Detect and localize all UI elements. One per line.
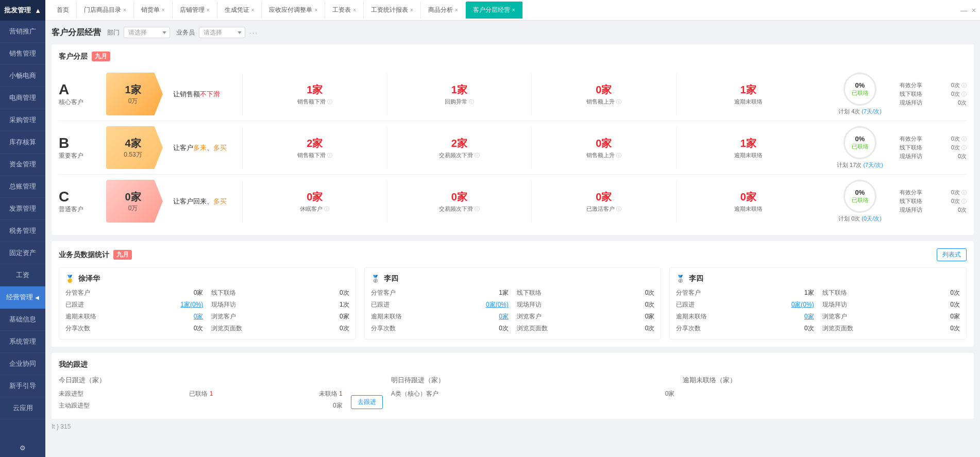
tab-销货单[interactable]: 销货单 × [134, 2, 173, 19]
tier-count-b: 4家 0.53万 [106, 126, 163, 169]
close-icon[interactable]: × [353, 7, 356, 13]
staff-header-2: 🥈 李四 [676, 274, 960, 283]
tier-label-a: A 核心客户 [59, 73, 100, 115]
close-icon[interactable]: × [512, 7, 515, 13]
sidebar-item-云应用[interactable]: 云应用 [0, 397, 45, 419]
sidebar-item-电商管理[interactable]: 电商管理 [0, 87, 45, 109]
sidebar-item-库存核算[interactable]: 库存核算 [0, 131, 45, 154]
tab-生成凭证[interactable]: 生成凭证 × [217, 2, 262, 19]
sidebar-item-税务管理[interactable]: 税务管理 [0, 220, 45, 242]
tier-metrics-a: 1家 销售额下滑 ⓘ 1家 回购异常 ⓘ 0家 销售额上升 ⓘ 1家 逾期未联络 [242, 73, 820, 115]
staff-stats-2: 分管客户1家 线下联络0次 已跟进0家(0%) 现场拜访0次 逾期未联络0家 浏… [676, 289, 960, 333]
close-icon[interactable]: × [207, 7, 210, 13]
tab-应收应付调整单[interactable]: 应收应付调整单 × [262, 2, 325, 19]
window-minimize-icon[interactable]: — [960, 6, 968, 14]
sidebar-item-基础信息[interactable]: 基础信息 [0, 309, 45, 331]
sidebar-logo: 批发管理 ▲ [0, 0, 45, 21]
dept-select[interactable]: 请选择 [124, 27, 170, 38]
tab-工资统计报表[interactable]: 工资统计报表 × [364, 2, 421, 19]
metric-b-4: 1家 逾期未联络 [676, 126, 821, 169]
metric-c-1: 0家 休眠客户 ⓘ [242, 180, 387, 223]
staff-name-1: 李四 [384, 274, 398, 283]
goto-followup-button[interactable]: 去跟进 [351, 395, 383, 409]
window-close-icon[interactable]: × [972, 6, 976, 14]
metric-b-1: 2家 销售额下滑 ⓘ [242, 126, 387, 169]
medal-silver-icon-1: 🥈 [371, 275, 380, 283]
gear-button[interactable]: ⚙ [0, 439, 45, 457]
sidebar-item-经营管理[interactable]: 经营管理◀ [0, 286, 45, 309]
tier-count-a: 1家 0万 [106, 73, 163, 115]
tier-badge: 九月 [92, 52, 110, 61]
tab-首页[interactable]: 首页 [49, 2, 77, 19]
tier-extra-c: 有效分享0次 ⓘ 线下联络0次 ⓘ 现场拜访0次 [900, 180, 967, 223]
followup-today-col: 今日跟进（家） 未跟进型 已联络 1 未联络 1 主动跟进型 0家 [59, 376, 343, 412]
sidebar-item-工资[interactable]: 工资 [0, 264, 45, 286]
tier-row-c: C 普通客户 0家 0万 让客户回来、多买 0家 休眠客户 ⓘ 0家 [59, 175, 967, 228]
sidebar-item-固定资产[interactable]: 固定资产 [0, 242, 45, 264]
list-view-button[interactable]: 列表式 [937, 248, 967, 261]
staff-select[interactable]: 请选择 [199, 27, 245, 38]
tier-count-c: 0家 0万 [106, 180, 163, 223]
close-icon[interactable]: × [162, 7, 165, 13]
tab-客户分层经营[interactable]: 客户分层经营 × [466, 2, 523, 19]
tab-店铺管理[interactable]: 店铺管理 × [173, 2, 217, 19]
staff-card-0: 🥇 徐泽华 分管客户0家 线下联络0次 已跟进1家(0%) 现场拜访1次 逾期未… [59, 267, 356, 340]
sidebar-item-系统管理[interactable]: 系统管理 [0, 331, 45, 353]
page-title: 客户分层经营 [52, 27, 101, 38]
sidebar-item-新手引导[interactable]: 新手引导 [0, 375, 45, 397]
sidebar: 批发管理 ▲ 营销推广 销售管理 小畅电商 电商管理 采购管理 库存核算 资金管… [0, 0, 45, 457]
staff-card-1: 🥈 李四 分管客户1家 线下联络0次 已跟进0家(0%) 现场拜访0次 逾期未联… [364, 267, 662, 340]
dept-label: 部门 [107, 28, 120, 37]
page-header: 客户分层经营 部门 请选择 业务员 请选择 ··· [52, 27, 974, 38]
close-icon[interactable]: × [251, 7, 255, 13]
tier-section-title: 客户分层 九月 [59, 52, 967, 61]
tier-row-b: B 重要客户 4家 0.53万 让客户多来、多买 2家 销售额下滑 ⓘ 2 [59, 121, 967, 175]
followup-overdue-col: 逾期未联络（家） [683, 376, 967, 388]
sidebar-item-总账管理[interactable]: 总账管理 [0, 176, 45, 198]
sidebar-item-小畅电商[interactable]: 小畅电商 [0, 65, 45, 87]
dept-filter-group: 部门 请选择 [107, 27, 170, 38]
staff-name-0: 徐泽华 [78, 274, 100, 283]
close-icon[interactable]: × [410, 7, 413, 13]
plan-link-c[interactable]: (0天/次) [861, 215, 882, 222]
staff-stats-0: 分管客户0家 线下联络0次 已跟进1家(0%) 现场拜访1次 逾期未联络0家 浏… [65, 289, 349, 333]
metric-b-3: 0家 销售额上升 ⓘ [531, 126, 676, 169]
plan-link-b[interactable]: (7天/次) [863, 162, 883, 168]
close-icon[interactable]: × [123, 7, 126, 13]
sidebar-item-营销推广[interactable]: 营销推广 [0, 21, 45, 43]
goto-followup-btn-col: 去跟进 [351, 376, 383, 409]
tier-contact-a: 0% 已联络 计划 4次 (7天/次) [826, 73, 893, 115]
tier-row-a: A 核心客户 1家 0万 让销售额不下滑 1家 销售额下滑 ⓘ 1家 [59, 67, 967, 121]
plan-link-a[interactable]: (7天/次) [861, 108, 882, 114]
sidebar-item-资金管理[interactable]: 资金管理 [0, 154, 45, 176]
tab-actions: — × [960, 6, 976, 14]
tab-商品分析[interactable]: 商品分析 × [421, 2, 466, 19]
tier-contact-c: 0% 已联络 计划 0次 (0天/次) [826, 180, 893, 223]
staff-card-2: 🥈 李四 分管客户1家 线下联络0次 已跟进0家(0%) 现场拜访0次 逾期未联… [669, 267, 967, 340]
bottom-text: It } 315 [52, 419, 974, 434]
tier-suggestion-c: 让客户回来、多买 [169, 180, 236, 223]
tier-suggestion-b: 让客户多来、多买 [169, 126, 236, 169]
tier-label-c: C 普通客户 [59, 180, 100, 223]
sidebar-item-企业协同[interactable]: 企业协同 [0, 353, 45, 375]
tier-metrics-b: 2家 销售额下滑 ⓘ 2家 交易频次下滑 ⓘ 0家 销售额上升 ⓘ 1家 逾期未… [242, 126, 820, 169]
biz-header: 业务员数据统计 九月 列表式 [59, 248, 967, 261]
metric-c-3: 0家 已激活客户 ⓘ [531, 180, 676, 223]
sidebar-item-采购管理[interactable]: 采购管理 [0, 109, 45, 131]
more-options-icon[interactable]: ··· [249, 29, 258, 37]
close-icon[interactable]: × [455, 7, 458, 13]
sidebar-item-发票管理[interactable]: 发票管理 [0, 198, 45, 220]
close-icon[interactable]: × [314, 7, 317, 13]
tab-工资表[interactable]: 工资表 × [325, 2, 364, 19]
metric-c-2: 0家 交易频次下滑 ⓘ [387, 180, 532, 223]
sidebar-toggle-icon[interactable]: ▲ [35, 7, 41, 14]
medal-silver-icon-2: 🥈 [676, 275, 685, 283]
tier-label-b: B 重要客户 [59, 126, 100, 169]
tier-suggestion-a: 让销售额不下滑 [169, 73, 236, 115]
tab-门店商品目录[interactable]: 门店商品目录 × [77, 2, 134, 19]
sidebar-item-销售管理[interactable]: 销售管理 [0, 43, 45, 65]
metric-a-4: 1家 逾期未联络 [676, 73, 821, 115]
followup-grid: 今日跟进（家） 未跟进型 已联络 1 未联络 1 主动跟进型 0家 [59, 376, 967, 412]
tier-extra-a: 有效分享0次 ⓘ 线下联络0次 ⓘ 现场拜访0次 [900, 73, 967, 115]
overdue-col-title: 逾期未联络（家） [683, 376, 967, 385]
